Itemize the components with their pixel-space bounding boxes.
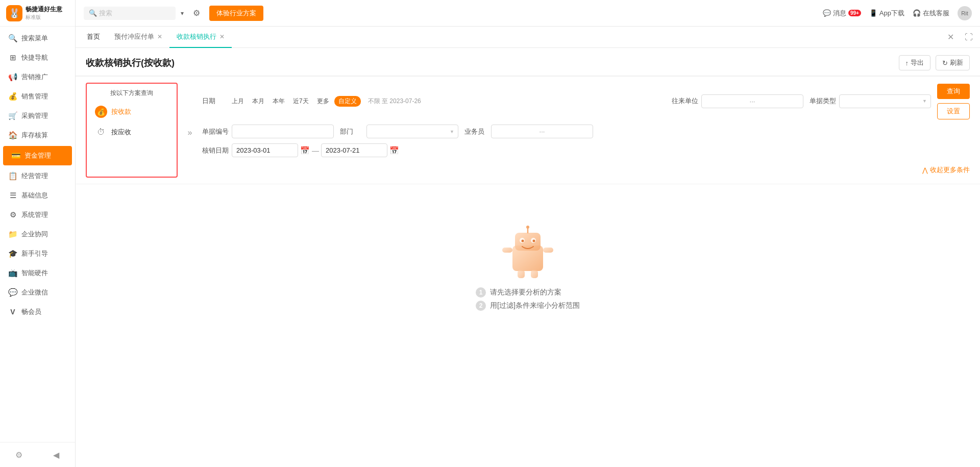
user-avatar: Rit	[958, 6, 972, 20]
filter-section: 按以下方案查询 💰 按收款 ⏱ 按应收 »	[76, 77, 980, 184]
hardware-icon: 📺	[8, 268, 17, 278]
doc-type-filter: 单据类型	[810, 94, 931, 108]
solution-button[interactable]: 体验行业方案	[209, 6, 263, 21]
sidebar-item-enterprise[interactable]: 📁 企业协同	[0, 225, 75, 244]
filter-row-1: 日期 上月 本月 本年 近7天 更多 自定义 不限 至 2023-07-26	[202, 83, 970, 119]
svg-rect-11	[531, 270, 538, 278]
header-gear-btn[interactable]: ⚙	[189, 6, 204, 21]
receipt-icon: 💰	[95, 106, 107, 118]
page-header-actions: ↑ 导出 ↻ 刷新	[899, 55, 970, 70]
writeoff-date-wrap: 📅 — 📅	[232, 143, 399, 157]
date-btn-this-year[interactable]: 本年	[270, 96, 288, 107]
search-icon: 🔍	[8, 34, 17, 43]
sidebar-menu: 🔍 搜索菜单 ⊞ 快捷导航 📢 营销推广 💰 销售管理 🛒 采购管理 🏠 库存核…	[0, 27, 75, 442]
doc-type-select[interactable]	[839, 94, 931, 108]
collapse-sidebar-btn[interactable]: ◀	[48, 447, 64, 463]
enterprise-icon: 📁	[8, 230, 17, 239]
sidebar-item-hardware[interactable]: 📺 智能硬件	[0, 263, 75, 283]
sidebar-item-guide[interactable]: 🎓 新手引导	[0, 244, 75, 263]
svg-rect-9	[543, 248, 553, 253]
tab-prepay-close[interactable]: ✕	[157, 34, 162, 40]
user-profile-btn[interactable]: Rit	[958, 6, 972, 20]
collapse-panel-btn[interactable]: »	[184, 83, 196, 178]
staff-input[interactable]: ···	[491, 125, 593, 138]
doc-no-filter: 单据编号	[202, 125, 334, 138]
date-btn-more[interactable]: 更多	[314, 96, 332, 107]
customer-service-btn[interactable]: 🎧 在线客服	[913, 9, 949, 18]
home-icon: ⊞	[8, 53, 17, 62]
sidebar-item-member[interactable]: V 畅会员	[0, 302, 75, 322]
svg-point-7	[526, 226, 529, 229]
settings-bottom-btn[interactable]: ⚙	[11, 447, 27, 463]
refresh-button[interactable]: ↻ 刷新	[936, 55, 970, 70]
logo-icon: 🐰	[6, 5, 22, 21]
sidebar-item-operations[interactable]: 📋 经营管理	[0, 166, 75, 186]
sidebar-item-inventory[interactable]: 🏠 库存核算	[0, 126, 75, 145]
page-header: 收款核销执行(按收款) ↑ 导出 ↻ 刷新	[76, 48, 980, 76]
header-dropdown-btn[interactable]: ▾	[181, 10, 184, 17]
doc-no-input[interactable]	[232, 125, 334, 138]
date-btn-custom[interactable]: 自定义	[334, 96, 361, 107]
query-type-by-payable[interactable]: ⏱ 按应收	[87, 122, 177, 142]
sidebar-item-search[interactable]: 🔍 搜索菜单	[0, 29, 75, 48]
sidebar-item-system[interactable]: ⚙ 系统管理	[0, 205, 75, 225]
export-button[interactable]: ↑ 导出	[899, 55, 931, 70]
calendar-end-icon[interactable]: 📅	[389, 146, 399, 155]
writeoff-date-label: 核销日期	[202, 146, 229, 155]
writeoff-date-end-input[interactable]	[321, 143, 387, 157]
svg-rect-10	[518, 270, 525, 278]
top-header: 🔍 搜索 ▾ ⚙ 体验行业方案 💬 消息 99+ 📱 App下载 🎧 在线客服	[76, 0, 980, 27]
sidebar-item-basic[interactable]: ☰ 基础信息	[0, 186, 75, 205]
svg-point-4	[522, 240, 524, 242]
date-btn-last-month[interactable]: 上月	[229, 96, 247, 107]
sidebar-bottom: ⚙ ◀	[0, 442, 75, 467]
search-placeholder-text: 搜索	[99, 9, 112, 18]
empty-hint-1: 1 请先选择要分析的方案	[476, 287, 580, 298]
header-search-area[interactable]: 🔍 搜索	[84, 7, 176, 20]
partner-input[interactable]: ···	[701, 94, 803, 108]
dept-label: 部门	[340, 127, 363, 136]
date-filter: 日期 上月 本月 本年 近7天 更多 自定义 不限 至 2023-07-26	[202, 96, 421, 107]
date-btn-this-month[interactable]: 本月	[249, 96, 267, 107]
app-icon: 📱	[869, 9, 877, 17]
writeoff-date-start-input[interactable]	[232, 143, 298, 157]
date-label: 日期	[202, 96, 226, 106]
dept-filter: 部门	[340, 125, 458, 138]
staff-filter: 业务员 ···	[464, 125, 593, 138]
dropdown-chevron-icon: ▾	[181, 10, 184, 17]
query-button[interactable]: 查询	[937, 84, 970, 99]
expand-tabs-btn[interactable]: ⛶	[962, 30, 976, 44]
message-btn[interactable]: 💬 消息 99+	[823, 9, 861, 18]
writeoff-date-filter: 核销日期 📅 — 📅	[202, 143, 399, 157]
hint-num-2: 2	[476, 301, 486, 311]
app-download-btn[interactable]: 📱 App下载	[869, 9, 904, 18]
search-placeholder-icon: 🔍	[89, 9, 97, 17]
tab-writeoff[interactable]: 收款核销执行 ✕	[169, 27, 232, 48]
svg-rect-8	[502, 248, 512, 253]
sidebar-item-sales[interactable]: 💰 销售管理	[0, 87, 75, 106]
tabs-bar: 首页 预付冲应付单 ✕ 收款核销执行 ✕ ✕ ⛶	[76, 27, 980, 48]
doc-type-label: 单据类型	[810, 96, 836, 106]
svg-point-5	[533, 240, 535, 242]
finance-icon: 💳	[11, 151, 20, 160]
guide-icon: 🎓	[8, 249, 17, 258]
member-icon: V	[8, 308, 17, 316]
query-type-by-receipt[interactable]: 💰 按收款	[87, 102, 177, 122]
settings-button[interactable]: 设置	[937, 103, 970, 119]
sidebar-item-purchase[interactable]: 🛒 采购管理	[0, 106, 75, 126]
partner-filter: 往来单位 ···	[672, 94, 803, 108]
close-all-tabs-btn[interactable]: ✕	[943, 30, 958, 44]
doc-no-label: 单据编号	[202, 127, 229, 136]
tab-home[interactable]: 首页	[80, 27, 107, 48]
tab-writeoff-close[interactable]: ✕	[219, 34, 225, 40]
sidebar-item-marketing[interactable]: 📢 营销推广	[0, 67, 75, 87]
calendar-start-icon[interactable]: 📅	[300, 146, 310, 155]
sidebar-item-wechat[interactable]: 💬 企业微信	[0, 283, 75, 302]
sidebar-item-shortcut[interactable]: ⊞ 快捷导航	[0, 48, 75, 67]
tab-prepay[interactable]: 预付冲应付单 ✕	[107, 27, 169, 48]
collapse-more-btn[interactable]: ⋀ 收起更多条件	[922, 162, 970, 178]
sidebar-item-finance[interactable]: 💳 资金管理	[3, 146, 72, 165]
dept-select[interactable]	[366, 125, 458, 138]
query-type-panel: 按以下方案查询 💰 按收款 ⏱ 按应收	[86, 83, 178, 178]
date-btn-7days[interactable]: 近7天	[290, 96, 312, 107]
